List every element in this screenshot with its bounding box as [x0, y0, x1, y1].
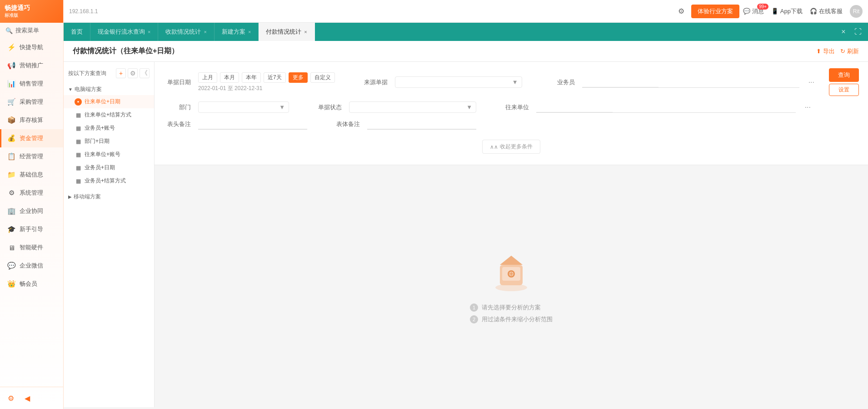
mobile-group-header[interactable]: ▶ 移动端方案 [64, 191, 154, 202]
app-download-label: App下载 [780, 7, 803, 15]
source-select[interactable]: ▼ [395, 76, 522, 88]
plan-staff-account[interactable]: ▦ 业务员+账号 [64, 121, 154, 135]
sidebar-item-guide[interactable]: 🎓 新手引导 [0, 220, 63, 238]
sidebar-item-wechat[interactable]: 💬 企业微信 [0, 257, 63, 275]
settings-btn[interactable]: ⚙ [5, 392, 17, 404]
purchase-icon: 🛒 [7, 97, 16, 106]
plan-label-staff-account: 业务员+账号 [85, 124, 115, 132]
topbar-right: 💬 消息 99+ 📱 App下载 🎧 在线客服 Rit [743, 5, 863, 18]
plan-settings-icon[interactable]: ⚙ [128, 68, 138, 78]
date-more[interactable]: 更多 [289, 72, 308, 83]
tab-label-new-plan: 新建方案 [222, 28, 245, 36]
plan-items: ● 往来单位+日期 ▦ 往来单位+结算方式 ▦ 业务员+账号 ▦ 部门+日期 ▦… [64, 95, 154, 187]
app-download-btn[interactable]: 📱 App下载 [771, 7, 803, 15]
logo-text: 畅捷通巧 [5, 4, 30, 11]
message-btn[interactable]: 💬 消息 99+ [743, 7, 764, 15]
sidebar-item-marketing[interactable]: 📢 营销推广 [0, 56, 63, 75]
source-label: 来源单据 [360, 78, 388, 86]
online-service-btn[interactable]: 🎧 在线客服 [810, 7, 843, 15]
desktop-plan-group: ▼ 电脑端方案 ● 往来单位+日期 ▦ 往来单位+结算方式 ▦ 业务员+账号 ▦… [64, 82, 154, 189]
tip-num-1: 1 [470, 303, 478, 312]
dept-select[interactable]: ▼ [198, 101, 289, 113]
tabs-container: 现金银行流水查询 × 收款情况统计 × 新建方案 × 付款情况统计 × [90, 23, 315, 41]
maximize-icon[interactable]: ⛶ [853, 26, 863, 37]
right-panel: 单据日期 上月 本月 本年 近7天 更多 自定义 2022-01-01 至 20… [155, 62, 868, 407]
plan-label-staff-settle: 业务员+结算方式 [85, 177, 126, 185]
tab-new-plan[interactable]: 新建方案 × [215, 23, 259, 41]
close-tab-payment[interactable]: × [304, 29, 307, 35]
desktop-group-header[interactable]: ▼ 电脑端方案 [64, 84, 154, 95]
plan-unit-date[interactable]: ● 往来单位+日期 [64, 95, 154, 108]
date-this-year[interactable]: 本年 [242, 72, 261, 83]
plan-staff-date[interactable]: ▦ 业务员+日期 [64, 161, 154, 174]
collapse-icon: ∧∧ [490, 144, 498, 150]
tab-receipt[interactable]: 收款情况统计 × [158, 23, 214, 41]
date-7days[interactable]: 近7天 [264, 72, 286, 83]
plan-icon-unit-account: ▦ [75, 151, 82, 158]
close-all-icon[interactable]: × [838, 26, 849, 37]
message-icon: 💬 [743, 8, 750, 15]
close-tab-new-plan[interactable]: × [248, 29, 251, 35]
staff-dots[interactable]: ··· [807, 78, 816, 86]
gear-icon[interactable]: ⚙ [675, 5, 688, 18]
voucher-status-select[interactable]: ▼ [349, 101, 476, 113]
plan-collapse-icon[interactable]: 《 [140, 68, 150, 78]
wechat-icon: 💬 [7, 261, 16, 270]
mobile-group-label: 移动端方案 [74, 193, 101, 201]
date-this-month[interactable]: 本月 [220, 72, 239, 83]
set-btn[interactable]: 设置 [829, 84, 859, 96]
table-head-note-container [198, 118, 307, 130]
tip-2-text: 用过滤条件来缩小分析范围 [482, 315, 553, 323]
close-tab-bank[interactable]: × [148, 29, 150, 35]
refresh-btn[interactable]: ↻ 刷新 [840, 47, 859, 56]
sidebar-logo: 畅捷通巧 标准版 [0, 0, 63, 23]
query-btn[interactable]: 查询 [829, 68, 859, 82]
sales-label: 销售管理 [20, 80, 43, 88]
tab-home[interactable]: 首页 [64, 23, 90, 41]
sidebar-item-basic[interactable]: 📁 基础信息 [0, 166, 63, 184]
partner-input[interactable] [536, 101, 613, 112]
plan-unit-account[interactable]: ▦ 往来单位+账号 [64, 148, 154, 161]
add-plan-icon[interactable]: + [116, 68, 126, 78]
sidebar-item-quick-nav[interactable]: ⚡ 快捷导航 [0, 38, 63, 56]
sidebar-item-capital[interactable]: 💰 资金管理 [0, 129, 63, 147]
plan-unit-settle[interactable]: ▦ 往来单位+结算方式 [64, 108, 154, 121]
tab-payment[interactable]: 付款情况统计 × [259, 23, 314, 41]
collapse-more-btn[interactable]: ∧∧ 收起更多条件 [482, 140, 540, 154]
sidebar-item-member[interactable]: 👑 畅会员 [0, 275, 63, 293]
basic-icon: 📁 [7, 170, 16, 179]
sidebar-item-corp[interactable]: 🏢 企业协同 [0, 202, 63, 220]
sidebar-item-purchase[interactable]: 🛒 采购管理 [0, 93, 63, 111]
trial-btn[interactable]: 体验行业方案 [691, 5, 739, 18]
user-avatar[interactable]: Rit [850, 5, 863, 18]
collapse-btn[interactable]: ◀ [21, 392, 34, 404]
plan-label: 按以下方案查询 [68, 70, 106, 77]
plan-label-unit-settle: 往来单位+结算方式 [85, 111, 131, 119]
partner-dots[interactable]: ··· [803, 103, 813, 111]
search-label: 搜索菜单 [15, 26, 39, 35]
voucher-status-arrow: ▼ [466, 104, 472, 111]
plan-dept-date[interactable]: ▦ 部门+日期 [64, 135, 154, 148]
sidebar-item-system[interactable]: ⚙ 系统管理 [0, 184, 63, 202]
lph-icons: + ⚙ 《 [116, 68, 150, 78]
table-head-note-input[interactable] [198, 118, 307, 129]
plan-label-unit-account: 往来单位+账号 [85, 151, 120, 158]
export-btn[interactable]: ⬆ 导出 [816, 47, 835, 56]
plan-staff-settle[interactable]: ▦ 业务员+结算方式 [64, 174, 154, 187]
date-last-month[interactable]: 上月 [198, 72, 217, 83]
sidebar-item-sales[interactable]: 📊 销售管理 [0, 75, 63, 93]
tab-bank[interactable]: 现金银行流水查询 × [90, 23, 158, 41]
staff-input-container [582, 76, 799, 88]
sidebar-item-inventory[interactable]: 📦 库存核算 [0, 111, 63, 129]
close-tab-receipt[interactable]: × [204, 29, 206, 35]
staff-label: 业务员 [548, 78, 575, 86]
sidebar-item-operation[interactable]: 📋 经营管理 [0, 147, 63, 166]
sidebar-item-hardware[interactable]: 🖥 智能硬件 [0, 238, 63, 257]
date-custom[interactable]: 自定义 [310, 72, 335, 83]
mobile-plan-group: ▶ 移动端方案 [64, 189, 154, 204]
sidebar-search[interactable]: 🔍 搜索菜单 [0, 23, 63, 38]
table-body-note-input[interactable] [367, 118, 476, 129]
left-panel: 按以下方案查询 + ⚙ 《 ▼ 电脑端方案 ● 往来单位+日期 ▦ 往来单 [64, 62, 155, 407]
staff-input[interactable] [582, 76, 658, 87]
guide-label: 新手引导 [20, 225, 43, 233]
